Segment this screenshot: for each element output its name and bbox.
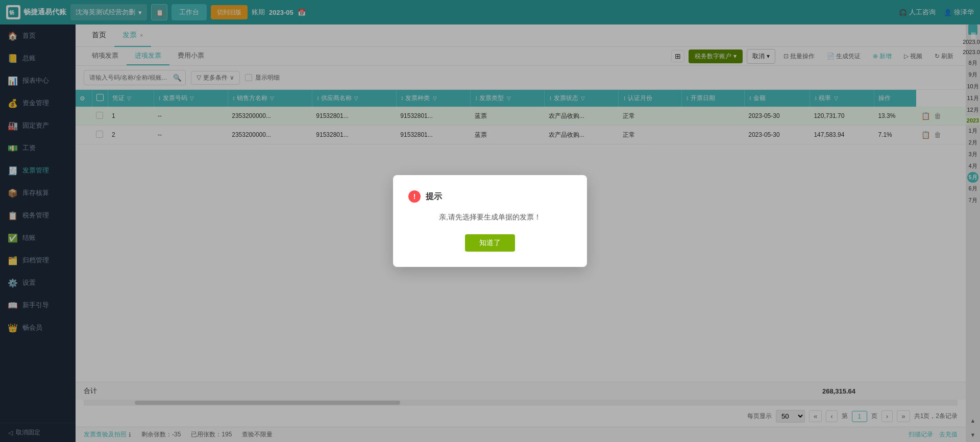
modal-overlay: ! 提示 亲,请先选择要生成单据的发票！ 知道了 (0, 0, 980, 442)
modal-message: 亲,请先选择要生成单据的发票！ (408, 213, 572, 222)
warning-icon: ! (408, 190, 421, 203)
modal-dialog: ! 提示 亲,请先选择要生成单据的发票！ 知道了 (393, 175, 587, 267)
modal-title-area: ! 提示 (408, 190, 572, 203)
modal-footer: 知道了 (408, 234, 572, 252)
confirm-button[interactable]: 知道了 (465, 234, 515, 252)
modal-title-text: 提示 (426, 191, 442, 202)
